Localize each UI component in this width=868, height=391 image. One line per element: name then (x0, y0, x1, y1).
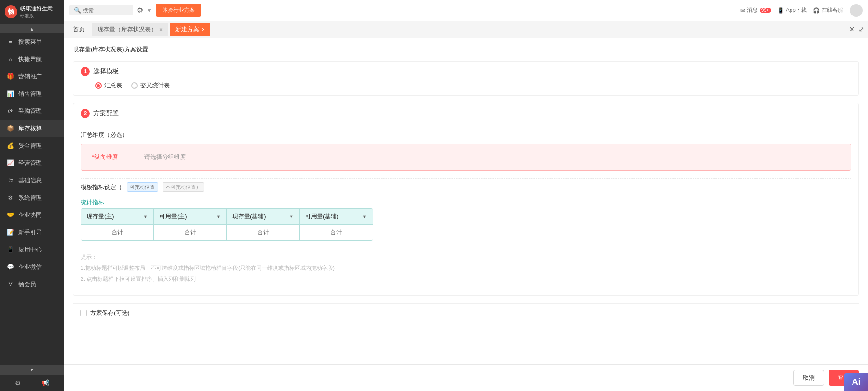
main-area: 🔍 ⚙ ▼ 体验行业方案 ✉ 消息 99+ 📱 App下载 🎧 在线客服 (64, 0, 868, 391)
step1-title: 选择模板 (93, 67, 119, 76)
sidebar-footer: ⚙ 📢 (0, 374, 64, 391)
stats-row: 合计 合计 合计 合计 (81, 224, 373, 240)
topbar-left: 🔍 ⚙ ▼ 体验行业方案 (69, 4, 737, 17)
chevron-2[interactable]: ▼ (289, 214, 294, 219)
online-service-btn[interactable]: 🎧 在线客服 (813, 6, 843, 14)
sidebar-item-marketing[interactable]: 🎁 营销推广 (0, 68, 64, 85)
user-avatar[interactable] (850, 4, 863, 17)
message-label: 消息 (747, 6, 758, 14)
tab-home[interactable]: 首页 (67, 23, 90, 36)
settings-icon[interactable]: ⚙ (15, 379, 21, 386)
chevron-0[interactable]: ▼ (143, 214, 148, 219)
step2-section: 2 方案配置 汇总维度（必选） *纵向维度 —— 请选择分组维度 模板指标设定（… (73, 103, 859, 296)
stats-header: 现存量(主) ▼ 可用量(主) ▼ 现存量(基辅) ▼ (81, 209, 373, 224)
message-icon: ✉ (740, 7, 745, 14)
logo-icon: 畅 (5, 5, 17, 18)
sidebar-item-label: 应用中心 (18, 246, 42, 254)
stats-section: 统计指标 现存量(主) ▼ 可用量(主) ▼ (81, 196, 851, 241)
tab-inventory-close[interactable]: × (159, 26, 163, 33)
sales-icon: 📊 (6, 90, 15, 98)
ai-badge[interactable]: Ai (844, 373, 868, 391)
sidebar-nav: ≡ 搜索菜单 ⌂ 快捷导航 🎁 营销推广 📊 销售管理 🛍 采购管理 📦 库存核… (0, 33, 64, 365)
sidebar-item-label: 新手引导 (18, 228, 42, 237)
col-header-1: 可用量(主) (159, 212, 187, 221)
stats-label: 统计指标 (81, 196, 851, 208)
sidebar-item-nav[interactable]: ⌂ 快捷导航 (0, 51, 64, 68)
sidebar-item-apps[interactable]: 📱 应用中心 (0, 241, 64, 258)
tab-new[interactable]: 新建方案 × (170, 23, 210, 36)
topbar: 🔍 ⚙ ▼ 体验行业方案 ✉ 消息 99+ 📱 App下载 🎧 在线客服 (64, 0, 868, 21)
chevron-3[interactable]: ▼ (362, 214, 367, 219)
tab-inventory[interactable]: 现存量（库存状况表） × (92, 23, 168, 36)
sidebar-item-basic[interactable]: 🗂 基础信息 (0, 172, 64, 189)
radio-summary-circle[interactable] (95, 82, 102, 89)
radio-cross-label: 交叉统计表 (140, 82, 170, 90)
chevron-1[interactable]: ▼ (216, 214, 221, 219)
radio-cross[interactable]: 交叉统计表 (131, 82, 170, 90)
stats-col-3[interactable]: 可用量(基辅) ▼ (300, 209, 373, 224)
industry-btn[interactable]: 体验行业方案 (156, 4, 201, 17)
tab-home-label: 首页 (73, 26, 85, 34)
sidebar-item-label: 采购管理 (18, 107, 42, 115)
app-download-btn[interactable]: 📱 App下载 (777, 6, 807, 14)
sidebar-item-member[interactable]: V 畅会员 (0, 276, 64, 293)
sidebar-scroll-down[interactable]: ▼ (0, 365, 64, 374)
message-btn[interactable]: ✉ 消息 99+ (740, 6, 771, 14)
radio-summary[interactable]: 汇总表 (95, 82, 122, 90)
sidebar-item-finance[interactable]: 💰 资金管理 (0, 137, 64, 154)
topbar-chevron[interactable]: ▼ (147, 7, 152, 14)
sidebar-item-label: 快捷导航 (18, 55, 42, 63)
sidebar-item-cooperation[interactable]: 🤝 企业协同 (0, 206, 64, 224)
marketing-icon: 🎁 (6, 72, 15, 81)
expand-btn[interactable]: ⤢ (858, 25, 864, 34)
stats-col-1[interactable]: 可用量(主) ▼ (154, 209, 227, 224)
search-icon: 🔍 (74, 7, 81, 14)
sidebar-item-label: 基础信息 (18, 176, 42, 185)
sidebar-item-search[interactable]: ≡ 搜索菜单 (0, 33, 64, 51)
stats-col-0[interactable]: 现存量(主) ▼ (81, 209, 154, 224)
tips-title: 提示： (81, 252, 851, 262)
sidebar-item-label: 搜索菜单 (18, 38, 42, 46)
sidebar-item-purchase[interactable]: 🛍 采购管理 (0, 103, 64, 120)
sidebar-item-label: 系统管理 (18, 194, 42, 202)
search-box[interactable]: 🔍 (69, 5, 133, 15)
tab-bar: 首页 现存量（库存状况表） × 新建方案 × ✕ ⤢ (64, 21, 868, 38)
template-select: 汇总表 交叉统计表 (73, 82, 858, 95)
cancel-button[interactable]: 取消 (793, 370, 824, 386)
stats-cell-1: 合计 (154, 224, 227, 240)
sidebar-item-system[interactable]: ⚙ 系统管理 (0, 189, 64, 206)
step1-section: 1 选择模板 汇总表 交叉统计表 (73, 61, 859, 96)
sidebar-item-guide[interactable]: 📝 新手引导 (0, 224, 64, 241)
sidebar-item-wechat[interactable]: 💬 企业微信 (0, 258, 64, 276)
nav-icon: ⌂ (6, 55, 15, 63)
topbar-right: ✉ 消息 99+ 📱 App下载 🎧 在线客服 (740, 4, 863, 17)
radio-cross-circle[interactable] (131, 82, 138, 89)
sidebar-item-label: 畅会员 (18, 280, 36, 288)
logo-text: 畅康通好生意 标准版 (20, 5, 53, 19)
sidebar-item-operations[interactable]: 📈 经营管理 (0, 154, 64, 172)
wechat-icon: 💬 (6, 263, 15, 271)
sidebar-item-sales[interactable]: 📊 销售管理 (0, 85, 64, 103)
tab-new-close[interactable]: × (202, 26, 205, 33)
finance-icon: 💰 (6, 142, 15, 150)
search-input[interactable] (83, 7, 128, 14)
save-checkbox[interactable] (80, 310, 87, 316)
sidebar-scroll-up[interactable]: ▲ (0, 25, 64, 33)
tip2: 2. 点击标题栏下拉可设置排序、插入列和删除列 (81, 273, 851, 284)
stats-cell-0: 合计 (81, 224, 154, 240)
gear-icon[interactable]: ⚙ (137, 6, 143, 15)
sidebar-item-inventory[interactable]: 📦 库存核算 (0, 120, 64, 137)
step1-header: 1 选择模板 (73, 62, 858, 82)
stats-col-2[interactable]: 现存量(基辅) ▼ (227, 209, 300, 224)
sidebar-logo: 畅 畅康通好生意 标准版 (0, 0, 64, 25)
footer-buttons: 取消 查询 (64, 364, 868, 391)
dim-area[interactable]: *纵向维度 —— 请选择分组维度 (81, 144, 851, 171)
minimize-btn[interactable]: ✕ (849, 25, 855, 34)
system-icon: ⚙ (6, 194, 15, 202)
step2-title: 方案配置 (93, 109, 119, 118)
apps-icon: 📱 (6, 246, 15, 254)
tips-area: 提示： 1.拖动标题栏可以调整布局，不可跨维度或指标区域拖动栏目字段(只能在同一… (81, 248, 851, 288)
indicator-settings-text: 模板指标设定（ (81, 183, 122, 191)
section-divider (81, 178, 851, 179)
speaker-icon[interactable]: 📢 (41, 379, 49, 386)
